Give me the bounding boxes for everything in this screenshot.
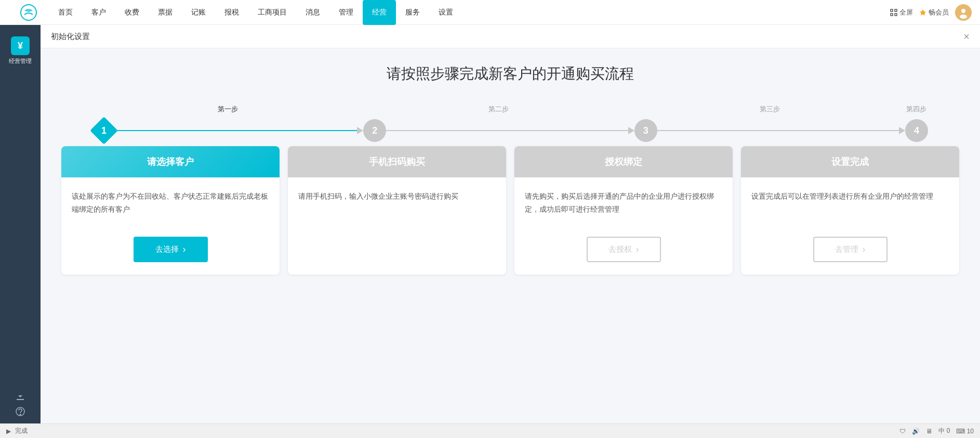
card3-header: 授权绑定 bbox=[514, 146, 733, 177]
sidebar-download[interactable] bbox=[15, 390, 26, 402]
step1-label: 第一步 bbox=[218, 105, 238, 114]
step-3: 第三步 3 bbox=[634, 105, 905, 142]
vip-label: 畅会员 bbox=[929, 8, 949, 17]
svg-point-6 bbox=[961, 9, 965, 13]
nav-message[interactable]: 消息 bbox=[296, 0, 329, 25]
card3-btn-arrow: › bbox=[636, 244, 639, 255]
card4-header: 设置完成 bbox=[741, 146, 959, 177]
status-screen: 🖥 bbox=[926, 428, 932, 435]
operation-icon: ¥ bbox=[11, 36, 30, 55]
svg-rect-1 bbox=[891, 9, 893, 11]
status-ime: 中 0 bbox=[938, 427, 950, 435]
step-2: 第二步 2 bbox=[363, 105, 634, 142]
nav-right: 全屏 畅会员 bbox=[890, 4, 972, 21]
card4-btn-arrow: › bbox=[863, 244, 866, 255]
step4-circle: 4 bbox=[905, 119, 928, 142]
status-bar-left: ▶ 完成 bbox=[6, 427, 28, 435]
vip-btn[interactable]: 畅会员 bbox=[919, 8, 949, 17]
nav-manage[interactable]: 管理 bbox=[329, 0, 363, 25]
card2-header: 手机扫码购买 bbox=[288, 146, 506, 177]
status-bar-right: 🛡 🔊 🖥 中 0 ⌨ 10 bbox=[899, 427, 974, 435]
status-label: 完成 bbox=[15, 427, 28, 435]
sidebar-support[interactable] bbox=[15, 406, 26, 417]
user-avatar[interactable] bbox=[955, 4, 972, 21]
step2-label: 第二步 bbox=[488, 105, 509, 114]
card1-btn[interactable]: 去选择 › bbox=[134, 237, 208, 262]
step2-arrow bbox=[628, 127, 634, 134]
card4-footer: 去管理 › bbox=[741, 228, 959, 275]
card3-body: 请先购买，购买后选择开通的产品中的企业用户进行授权绑定，成功后即可进行经营管理 bbox=[514, 177, 733, 228]
card4-btn[interactable]: 去管理 › bbox=[813, 237, 888, 262]
nav-customer[interactable]: 客户 bbox=[82, 0, 115, 25]
sidebar-item-label: 经营管理 bbox=[9, 57, 32, 65]
step3-arrow bbox=[899, 127, 905, 134]
status-keyboard: ⌨ 10 bbox=[956, 428, 974, 435]
fullscreen-label: 全屏 bbox=[899, 8, 913, 17]
svg-rect-2 bbox=[895, 9, 897, 11]
step3-circle: 3 bbox=[634, 119, 657, 142]
step2-line bbox=[386, 130, 628, 131]
card1-btn-label: 去选择 bbox=[155, 244, 179, 254]
nav-settings[interactable]: 设置 bbox=[429, 0, 462, 25]
content-area: 请按照步骤完成新客户的开通购买流程 第一步 1 第二步 bbox=[41, 48, 980, 290]
step3-line bbox=[657, 130, 899, 131]
svg-point-9 bbox=[20, 414, 21, 415]
status-bar: ▶ 完成 🛡 🔊 🖥 中 0 ⌨ 10 bbox=[0, 423, 980, 438]
svg-point-7 bbox=[960, 15, 967, 19]
status-shield: 🛡 bbox=[899, 428, 906, 435]
flow-title: 请按照步骤完成新客户的开通购买流程 bbox=[61, 64, 959, 84]
page-header: 初始化设置 × bbox=[41, 25, 980, 48]
svg-marker-5 bbox=[920, 9, 926, 16]
nav-bill[interactable]: 票据 bbox=[149, 0, 182, 25]
nav-logo bbox=[8, 4, 49, 21]
card1-body: 该处展示的客户为不在回收站、客户状态正常建账后完成老板端绑定的所有客户 bbox=[61, 177, 280, 228]
nav-items: 首页 客户 收费 票据 记账 报税 工商项目 消息 管理 经营 服务 设置 bbox=[49, 0, 890, 25]
nav-account[interactable]: 记账 bbox=[182, 0, 215, 25]
nav-home[interactable]: 首页 bbox=[49, 0, 82, 25]
step1-circle: 1 bbox=[92, 119, 115, 142]
sidebar-bottom bbox=[15, 390, 26, 423]
fullscreen-btn[interactable]: 全屏 bbox=[890, 8, 913, 17]
card3-btn-label: 去授权 bbox=[608, 244, 632, 254]
page-title: 初始化设置 bbox=[51, 32, 90, 42]
step3-label: 第三步 bbox=[760, 105, 780, 114]
sidebar: ¥ 经营管理 bbox=[0, 25, 41, 423]
card-3: 授权绑定 请先购买，购买后选择开通的产品中的企业用户进行授权绑定，成功后即可进行… bbox=[514, 146, 733, 275]
nav-service[interactable]: 服务 bbox=[396, 0, 429, 25]
step1-line bbox=[115, 130, 357, 131]
card3-btn[interactable]: 去授权 › bbox=[587, 237, 661, 262]
nav-operation[interactable]: 经营 bbox=[363, 0, 396, 25]
step-4: 第四步 4 bbox=[905, 105, 928, 142]
card4-body: 设置完成后可以在管理列表进行所有企业用户的经营管理 bbox=[741, 177, 959, 228]
card2-footer bbox=[288, 254, 506, 275]
step2-circle: 2 bbox=[363, 119, 386, 142]
step4-label: 第四步 bbox=[906, 105, 926, 114]
card3-footer: 去授权 › bbox=[514, 228, 733, 275]
status-play: ▶ bbox=[6, 428, 11, 435]
svg-rect-3 bbox=[891, 14, 893, 16]
status-sound: 🔊 bbox=[912, 428, 920, 435]
card-4: 设置完成 设置完成后可以在管理列表进行所有企业用户的经营管理 去管理 › bbox=[741, 146, 959, 275]
top-nav: 首页 客户 收费 票据 记账 报税 工商项目 消息 管理 经营 服务 设置 全屏… bbox=[0, 0, 980, 25]
nav-tax[interactable]: 报税 bbox=[215, 0, 248, 25]
card-2: 手机扫码购买 请用手机扫码，输入小微企业主账号密码进行购买 bbox=[288, 146, 506, 275]
card-1: 请选择客户 该处展示的客户为不在回收站、客户状态正常建账后完成老板端绑定的所有客… bbox=[61, 146, 280, 275]
step1-number: 1 bbox=[92, 119, 115, 142]
main-content: 初始化设置 × 请按照步骤完成新客户的开通购买流程 第一步 1 bbox=[41, 25, 980, 423]
sidebar-item-operation[interactable]: ¥ 经营管理 bbox=[0, 30, 41, 71]
svg-rect-4 bbox=[895, 14, 897, 16]
card1-header: 请选择客户 bbox=[61, 146, 280, 177]
step1-arrow bbox=[357, 127, 363, 134]
nav-fee[interactable]: 收费 bbox=[115, 0, 149, 25]
card4-btn-label: 去管理 bbox=[835, 244, 858, 254]
card1-btn-arrow: › bbox=[183, 244, 186, 255]
nav-business[interactable]: 工商项目 bbox=[248, 0, 296, 25]
step-1: 第一步 1 bbox=[92, 105, 363, 142]
card1-footer: 去选择 › bbox=[61, 228, 280, 275]
close-button[interactable]: × bbox=[963, 31, 970, 42]
card2-body: 请用手机扫码，输入小微企业主账号密码进行购买 bbox=[288, 177, 506, 254]
cards-row: 请选择客户 该处展示的客户为不在回收站、客户状态正常建账后完成老板端绑定的所有客… bbox=[61, 146, 959, 275]
